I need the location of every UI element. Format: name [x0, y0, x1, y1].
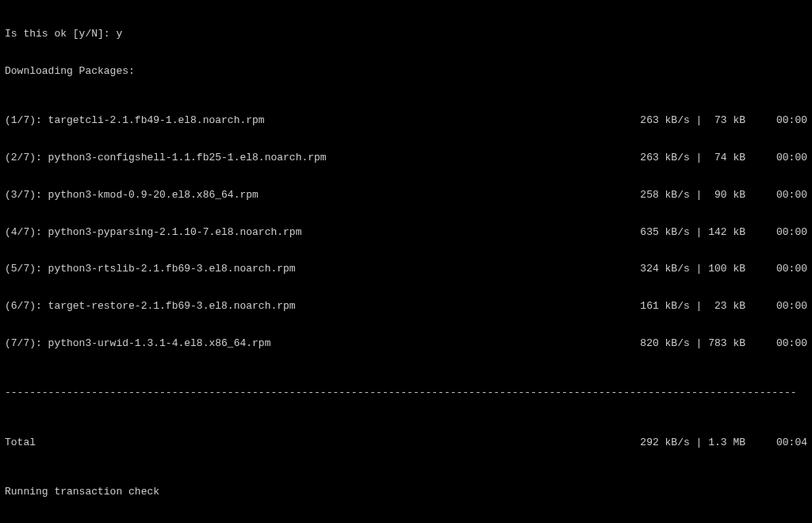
total-label: Total [5, 436, 36, 449]
download-row: (1/7): targetcli-2.1.fb49-1.el8.noarch.r… [5, 114, 807, 127]
download-row: (4/7): python3-pyparsing-2.1.10-7.el8.no… [5, 226, 807, 239]
download-stats: 635 kB/s | 142 kB 00:00 [640, 226, 807, 239]
download-name: (5/7): python3-rtslib-2.1.fb69-3.el8.noa… [5, 263, 296, 275]
download-name: (1/7): targetcli-2.1.fb49-1.el8.noarch.r… [5, 114, 265, 127]
total-row: Total 292 kB/s | 1.3 MB 00:04 [5, 436, 807, 449]
download-stats: 324 kB/s | 100 kB 00:00 [640, 263, 807, 275]
download-row: (2/7): python3-configshell-1.1.fb25-1.el… [5, 152, 807, 164]
download-row: (5/7): python3-rtslib-2.1.fb69-3.el8.noa… [5, 263, 807, 275]
download-stats: 258 kB/s | 90 kB 00:00 [640, 189, 807, 202]
download-stats: 263 kB/s | 74 kB 00:00 [640, 152, 807, 164]
total-stats: 292 kB/s | 1.3 MB 00:04 [640, 436, 807, 449]
separator-line: ----------------------------------------… [5, 386, 807, 399]
status-line: Running transaction check [5, 486, 807, 498]
download-name: (6/7): target-restore-2.1.fb69-3.el8.noa… [5, 300, 296, 313]
download-row: (6/7): target-restore-2.1.fb69-3.el8.noa… [5, 300, 807, 313]
download-row: (3/7): python3-kmod-0.9-20.el8.x86_64.rp… [5, 189, 807, 202]
downloading-header: Downloading Packages: [5, 65, 807, 78]
download-stats: 820 kB/s | 783 kB 00:00 [640, 337, 807, 350]
confirm-prompt: Is this ok [y/N]: y [5, 28, 807, 40]
terminal-output[interactable]: Is this ok [y/N]: y Downloading Packages… [0, 0, 812, 523]
download-name: (2/7): python3-configshell-1.1.fb25-1.el… [5, 152, 327, 164]
download-name: (7/7): python3-urwid-1.3.1-4.el8.x86_64.… [5, 337, 270, 350]
download-stats: 263 kB/s | 73 kB 00:00 [640, 114, 807, 127]
download-name: (4/7): python3-pyparsing-2.1.10-7.el8.no… [5, 226, 301, 239]
download-row: (7/7): python3-urwid-1.3.1-4.el8.x86_64.… [5, 337, 807, 350]
download-name: (3/7): python3-kmod-0.9-20.el8.x86_64.rp… [5, 189, 259, 202]
download-stats: 161 kB/s | 23 kB 00:00 [640, 300, 807, 313]
